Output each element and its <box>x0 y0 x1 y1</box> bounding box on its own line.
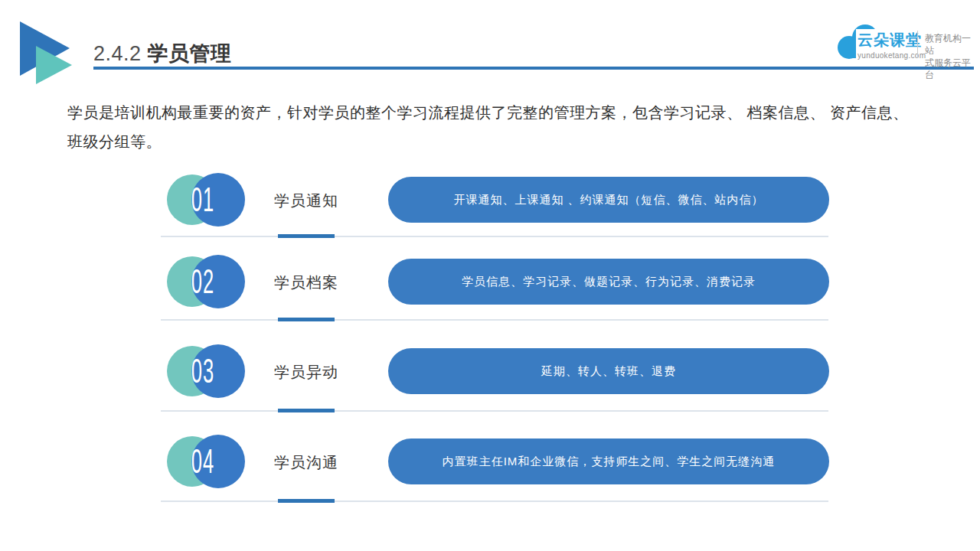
page-title: 2.4.2 学员管理 <box>93 40 232 67</box>
logo-triangles-icon <box>0 0 92 92</box>
slide: 2.4.2 学员管理 云朵课堂 yunduoketang.com 教育机构一站 … <box>0 0 980 551</box>
divider-accent <box>278 499 335 503</box>
row-number: 04 <box>188 445 219 478</box>
brand-domain: yunduoketang.com <box>858 51 926 60</box>
brand-tagline: 教育机构一站 式服务云平台 <box>925 32 972 81</box>
brand-name: 云朵课堂 <box>858 30 926 51</box>
title-underline <box>93 67 974 70</box>
row-label: 学员档案 <box>260 272 352 293</box>
feature-row-notification: 01 学员通知 开课通知、上课通知 、约课通知（短信、微信、站内信） <box>0 171 980 229</box>
brand-separator <box>917 31 918 58</box>
divider-accent <box>278 409 335 412</box>
row-number: 01 <box>188 183 219 217</box>
row-divider <box>161 236 828 237</box>
row-divider <box>161 319 828 321</box>
row-label: 学员通知 <box>260 191 352 211</box>
row-number: 02 <box>188 265 219 298</box>
row-divider <box>161 410 828 412</box>
divider-accent <box>278 318 335 321</box>
feature-row-change: 03 学员异动 延期、转人、转班、退费 <box>0 342 980 400</box>
feature-row-archive: 02 学员档案 学员信息、学习记录、做题记录、行为记录、消费记录 <box>0 253 980 311</box>
page-title-number: 2.4.2 <box>93 42 142 65</box>
row-description-pill: 延期、转人、转班、退费 <box>388 348 829 394</box>
row-number: 03 <box>188 354 219 388</box>
intro-text: 学员是培训机构最重要的资产，针对学员的整个学习流程提供了完整的管理方案，包含学习… <box>67 98 933 156</box>
page-title-text: 学员管理 <box>148 42 232 65</box>
row-description-pill: 学员信息、学习记录、做题记录、行为记录、消费记录 <box>388 259 829 305</box>
row-number-badge: 04 <box>167 434 247 489</box>
row-number-badge: 01 <box>167 172 247 227</box>
row-number-badge: 03 <box>167 344 247 399</box>
brand-logo: 云朵课堂 yunduoketang.com 教育机构一站 式服务云平台 <box>835 21 972 61</box>
row-number-badge: 02 <box>167 254 247 309</box>
row-divider <box>161 500 828 502</box>
row-label: 学员沟通 <box>260 452 352 473</box>
row-description: 延期、转人、转班、退费 <box>518 364 699 379</box>
row-label: 学员异动 <box>260 362 352 383</box>
feature-row-communication: 04 学员沟通 内置班主任IM和企业微信，支持师生之间、学生之间无缝沟通 <box>0 432 980 491</box>
divider-accent <box>278 234 335 238</box>
row-description: 内置班主任IM和企业微信，支持师生之间、学生之间无缝沟通 <box>420 455 799 469</box>
row-description: 开课通知、上课通知 、约课通知（短信、微信、站内信） <box>430 193 786 207</box>
row-description-pill: 开课通知、上课通知 、约课通知（短信、微信、站内信） <box>388 177 829 223</box>
row-description-pill: 内置班主任IM和企业微信，支持师生之间、学生之间无缝沟通 <box>388 439 829 484</box>
row-description: 学员信息、学习记录、做题记录、行为记录、消费记录 <box>439 275 779 289</box>
